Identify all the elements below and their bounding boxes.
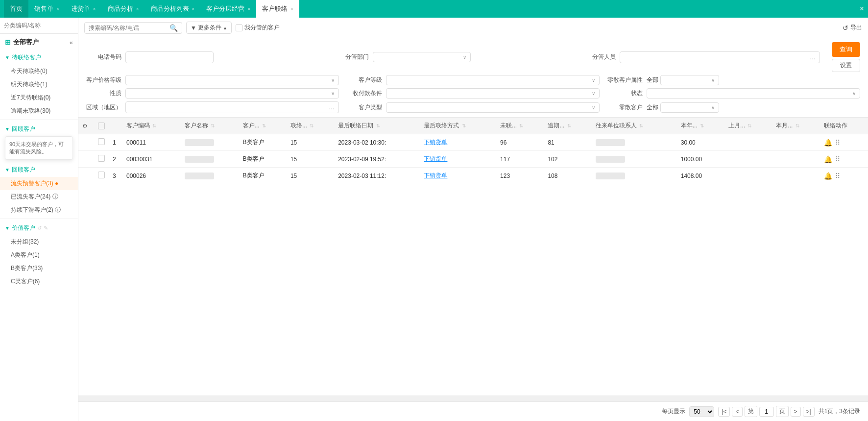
customer-tier-select[interactable]: ∨ [386,75,600,85]
customer-type-arrow: ∨ [592,105,595,110]
action-icon-bell-1[interactable]: 🔔 [824,139,832,147]
sidebar-item-7days[interactable]: 近7天待联络(0) [0,91,78,104]
settings-col-icon[interactable]: ⚙ [82,123,88,129]
action-icon-menu-1[interactable]: ⠿ [835,139,840,147]
my-customers-checkbox[interactable]: 我分管的客户 [236,24,280,32]
zero-customer-select[interactable]: ∨ [660,102,719,113]
unit-contact-2 [596,156,625,163]
close-customer-tier-tab[interactable]: × [247,6,250,12]
sidebar-item-class-c[interactable]: C类客户(6) [0,275,78,288]
sidebar-item-tomorrow[interactable]: 明天待联络(1) [0,78,78,91]
sidebar-search-input[interactable] [4,22,77,29]
col-settings[interactable]: ⚙ [78,118,94,134]
tab-customer-contact[interactable]: 客户联络 × [256,0,299,18]
sidebar-all-customers[interactable]: ⊞ 全部客户 « [0,34,78,50]
filter-icon: ▼ [191,25,196,31]
sidebar-section-churn[interactable]: ▼ 回顾客户 [0,163,78,177]
sidebar-item-today[interactable]: 今天待联络(0) [0,65,78,78]
horizontal-scrollbar[interactable] [78,396,868,401]
sidebar-item-ungrouped[interactable]: 未分组(32) [0,235,78,248]
sidebar-item-class-b[interactable]: B类客户(33) [0,262,78,275]
zero-attr-select[interactable]: ∨ [660,75,719,85]
table-row: 1 000011 B类客户 15 2023-03-02 10:30: 下销货单 … [78,134,868,151]
col-this-month[interactable]: 本月... ⇅ [772,118,820,134]
col-checkbox[interactable] [94,118,109,134]
filter-payment: 收付款条件 ∨ [347,88,600,99]
col-not-contacted[interactable]: 未联... ⇅ [496,118,544,134]
method-link-2[interactable]: 下销货单 [424,155,447,162]
gender-select[interactable]: ∨ [125,88,339,99]
action-icons-3: 🔔 ⠿ [824,172,864,180]
close-analysis-tab[interactable]: × [136,6,139,12]
col-overdue[interactable]: 逾期... ⇅ [544,118,591,134]
sidebar-section-review[interactable]: ▼ 回顾客户 [0,122,78,136]
person-input[interactable]: … [620,51,820,63]
refresh-icon[interactable]: ↺ [37,225,42,231]
filter-phone: 电话号码 [86,51,326,63]
query-button[interactable]: 查询 [832,42,860,57]
zero-customer-arrow: ∨ [711,105,715,110]
tab-sales[interactable]: 销售单 × [28,0,65,18]
search-input[interactable] [89,25,169,31]
tab-home[interactable]: 首页 [4,0,28,18]
close-analysis-list-tab[interactable]: × [192,6,195,12]
sidebar-item-churned[interactable]: 已流失客户(24) ⓘ [0,190,78,203]
col-type[interactable]: 客户... ⇅ [239,118,287,134]
settings-button[interactable]: 设置 [832,59,860,72]
close-purchase-tab[interactable]: × [93,6,96,12]
sidebar-section-pending[interactable]: ▼ 待联络客户 [0,50,78,65]
sidebar-item-overdue[interactable]: 逾期未联络(30) [0,104,78,118]
row-checkbox-1[interactable] [98,138,105,145]
region-input[interactable]: … [125,101,339,113]
page-next[interactable]: > [791,407,801,417]
col-action: 联络动作 [820,118,868,134]
window-close-button[interactable]: × [860,4,864,13]
payment-select[interactable]: ∨ [386,88,600,99]
col-contact[interactable]: 联络... ⇅ [287,118,334,134]
action-icon-menu-3[interactable]: ⠿ [835,172,840,180]
filter-zero-attr: 零散客户属性 全部 ∨ [607,75,860,85]
unit-contact-1 [596,139,625,146]
tab-analysis[interactable]: 商品分析 × [102,0,145,18]
row-checkbox-2[interactable] [98,155,105,162]
col-current-year[interactable]: 本年... ⇅ [677,118,724,134]
export-button[interactable]: ↺ 导出 [843,24,862,32]
per-page-select[interactable]: 50 100 200 [689,406,714,417]
page-prev[interactable]: < [732,407,742,417]
page-input[interactable] [759,407,774,417]
col-last-method[interactable]: 最后联络方式 ⇅ [420,118,496,134]
sidebar-item-churn-warning[interactable]: 流失预警客户(3) ● [0,177,78,190]
col-last-date[interactable]: 最后联络日期 ⇅ [334,118,420,134]
filter-status: 状态 ∨ [607,88,860,99]
page-first[interactable]: |< [718,407,730,417]
sidebar-section-value[interactable]: ▼ 价值客户 ↺ ✎ [0,221,78,235]
action-icon-bell-2[interactable]: 🔔 [824,155,832,163]
row-checkbox-3[interactable] [98,172,105,178]
close-sales-tab[interactable]: × [56,6,59,12]
more-conditions-btn[interactable]: ▼ 更多条件 ▲ [186,22,232,34]
tab-customer-tier[interactable]: 客户分层经营 × [200,0,256,18]
price-tier-select[interactable]: ∨ [125,75,339,85]
status-select[interactable]: ∨ [647,88,860,99]
page-last[interactable]: >| [803,407,815,417]
table-row: 3 000026 B类客户 15 2023-02-03 11:12: 下销货单 … [78,168,868,184]
action-icon-bell-3[interactable]: 🔔 [824,172,832,180]
tab-purchase[interactable]: 进货单 × [65,0,102,18]
action-icon-menu-2[interactable]: ⠿ [835,155,840,163]
col-name[interactable]: 客户名称 ⇅ [181,118,239,134]
method-link-3[interactable]: 下销货单 [424,172,447,179]
col-last-month[interactable]: 上月... ⇅ [724,118,772,134]
edit-icon[interactable]: ✎ [44,225,48,231]
col-unit-contact[interactable]: 往来单位联系人 ⇅ [592,118,677,134]
dept-select[interactable]: ∨ [373,52,471,62]
sidebar-item-class-a[interactable]: A类客户(1) [0,248,78,262]
phone-input[interactable] [125,51,214,63]
customer-type-select[interactable]: ∨ [386,102,600,113]
search-submit-icon[interactable]: 🔍 [169,24,178,32]
method-link-1[interactable]: 下销货单 [424,139,447,146]
col-code[interactable]: 客户编码 ⇅ [122,118,181,134]
sidebar-item-declining[interactable]: 持续下滑客户(2) ⓘ [0,203,78,217]
tab-analysis-list[interactable]: 商品分析列表 × [145,0,201,18]
header-checkbox[interactable] [98,123,105,129]
close-customer-contact-tab[interactable]: × [290,6,293,12]
